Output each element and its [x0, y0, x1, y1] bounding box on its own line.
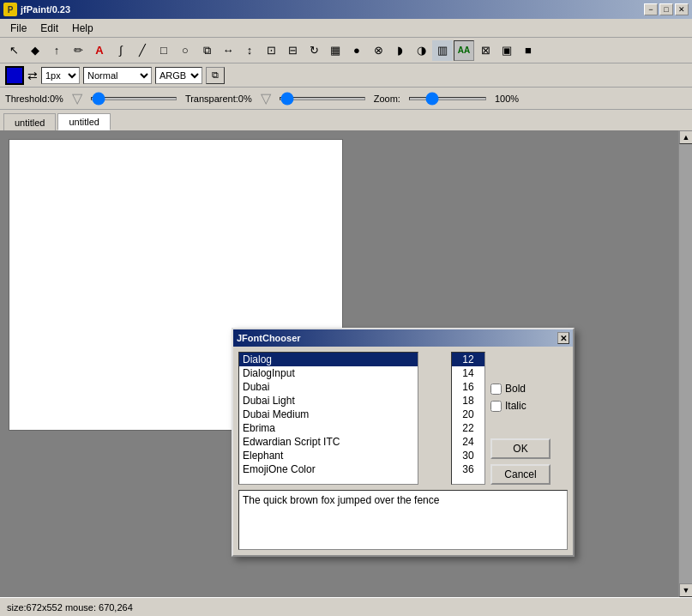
- tab-0[interactable]: untitled: [3, 113, 56, 130]
- close-window-button[interactable]: ✕: [675, 3, 689, 15]
- font-item-ebrima[interactable]: Ebrima: [239, 421, 418, 435]
- threshold-indicator: ▽: [72, 90, 82, 106]
- copy-color-button[interactable]: ⧉: [206, 67, 225, 84]
- size-item-14[interactable]: 14: [452, 366, 484, 380]
- font-item-dubai-medium[interactable]: Dubai Medium: [239, 408, 418, 421]
- size-list[interactable]: 12 14 16 18 20 22 24 30 36: [451, 352, 485, 485]
- flip-h-tool[interactable]: ↔: [218, 40, 238, 61]
- vertical-scrollbar: ▲ ▼: [678, 130, 692, 597]
- main-area: JFontChooser ✕ Dialog DialogInput Dubai …: [0, 130, 692, 597]
- dark-tool[interactable]: ■: [518, 40, 539, 61]
- ok-button[interactable]: OK: [490, 438, 551, 459]
- noise-tool[interactable]: ▣: [496, 40, 517, 61]
- blend-mode-select[interactable]: Normal Multiply Screen: [83, 67, 152, 84]
- size-item-16[interactable]: 16: [452, 380, 484, 394]
- dialog-overlay: JFontChooser ✕ Dialog DialogInput Dubai …: [0, 130, 678, 597]
- scroll-track[interactable]: [679, 144, 692, 583]
- size-item-30[interactable]: 30: [452, 449, 484, 462]
- blur-tool[interactable]: ◑: [411, 40, 431, 61]
- size-item-12[interactable]: 12: [452, 353, 484, 366]
- italic-option: Italic: [490, 400, 568, 412]
- tabs-bar: untitled untitled: [0, 110, 692, 130]
- pencil-tool[interactable]: ✏: [68, 40, 88, 61]
- font-list-container: Dialog DialogInput Dubai Dubai Light Dub…: [238, 352, 446, 485]
- size-item-36[interactable]: 36: [452, 462, 484, 476]
- rotate-tool[interactable]: ↻: [304, 40, 324, 61]
- color-format-select[interactable]: ARGB RGB: [155, 67, 202, 84]
- threshold-slider[interactable]: [91, 97, 177, 100]
- font-tool[interactable]: AA: [454, 40, 474, 61]
- size-item-24[interactable]: 24: [452, 435, 484, 449]
- crop-tool[interactable]: ⊟: [282, 40, 303, 61]
- italic-label: Italic: [505, 400, 527, 412]
- font-item-dialoginput[interactable]: DialogInput: [239, 366, 418, 380]
- font-chooser-dialog: JFontChooser ✕ Dialog DialogInput Dubai …: [232, 328, 575, 557]
- curve-tool[interactable]: ∫: [111, 40, 131, 61]
- app-icon: P: [3, 3, 17, 16]
- threshold-zoom-bar: Threshold:0% ▽ Transparent:0% ▽ Zoom: 10…: [0, 88, 692, 110]
- dialog-title-bar: JFontChooser ✕: [233, 329, 573, 347]
- rect-tool[interactable]: □: [153, 40, 174, 61]
- dialog-right-panel: Bold Italic OK Cancel: [490, 352, 568, 485]
- select-tool[interactable]: ↖: [3, 40, 24, 61]
- swap-colors-button[interactable]: ⇄: [27, 69, 38, 82]
- italic-checkbox[interactable]: [490, 401, 502, 412]
- minimize-button[interactable]: −: [644, 3, 658, 15]
- arc-tool[interactable]: ◗: [389, 40, 410, 61]
- menu-help[interactable]: Help: [65, 21, 100, 36]
- tab-1[interactable]: untitled: [57, 113, 110, 130]
- options-bar: ⇄ 1px 2px 3px Normal Multiply Screen ARG…: [0, 63, 692, 88]
- status-text: size:672x552 mouse: 670,264: [7, 602, 133, 613]
- scroll-down-button[interactable]: ▼: [679, 583, 692, 597]
- threshold-label: Threshold:0%: [5, 94, 63, 104]
- bold-label: Bold: [505, 383, 526, 395]
- bold-checkbox[interactable]: [490, 383, 502, 395]
- brush-size-select[interactable]: 1px 2px 3px: [41, 67, 80, 84]
- preview-text: The quick brown fox jumped over the fenc…: [243, 494, 439, 506]
- checker-tool[interactable]: ▥: [432, 40, 453, 61]
- dialog-close-button[interactable]: ✕: [557, 332, 569, 344]
- foreground-color[interactable]: [5, 66, 24, 85]
- circle-fill-tool[interactable]: ●: [346, 40, 367, 61]
- move-tool[interactable]: ↑: [46, 40, 67, 61]
- size-item-18[interactable]: 18: [452, 394, 484, 408]
- zoom-slider[interactable]: [409, 97, 486, 100]
- dialog-title: JFontChooser: [237, 333, 301, 343]
- font-item-edwardian[interactable]: Edwardian Script ITC: [239, 435, 418, 449]
- menu-edit[interactable]: Edit: [33, 21, 65, 36]
- font-item-elephant[interactable]: Elephant: [239, 449, 418, 462]
- bucket-tool[interactable]: ⊗: [368, 40, 388, 61]
- size-item-20[interactable]: 20: [452, 408, 484, 421]
- resize-tool[interactable]: ⊡: [261, 40, 281, 61]
- text-tool[interactable]: A: [89, 40, 110, 61]
- dialog-body: Dialog DialogInput Dubai Dubai Light Dub…: [233, 347, 573, 490]
- font-list[interactable]: Dialog DialogInput Dubai Dubai Light Dub…: [238, 352, 418, 485]
- scroll-up-button[interactable]: ▲: [679, 130, 692, 144]
- size-item-22[interactable]: 22: [452, 421, 484, 435]
- font-preview: The quick brown fox jumped over the fenc…: [238, 490, 568, 550]
- title-bar-left: P jfPaint/0.23: [3, 3, 70, 16]
- maximize-button[interactable]: □: [659, 3, 673, 15]
- fill-tool[interactable]: ◆: [25, 40, 45, 61]
- line-tool[interactable]: ╱: [132, 40, 153, 61]
- toolbar: ↖ ◆ ↑ ✏ A ∫ ╱ □ ○ ⧉ ↔ ↕ ⊡ ⊟ ↻ ▦ ● ⊗ ◗ ◑ …: [0, 38, 692, 63]
- font-item-dubai[interactable]: Dubai: [239, 380, 418, 394]
- cancel-button[interactable]: Cancel: [490, 464, 551, 485]
- menu-bar: File Edit Help: [0, 19, 692, 38]
- font-item-dialog[interactable]: Dialog: [239, 353, 418, 366]
- gradient-tool[interactable]: ▦: [325, 40, 346, 61]
- zoom-value: 100%: [495, 94, 519, 104]
- title-bar-buttons: − □ ✕: [644, 3, 689, 15]
- menu-file[interactable]: File: [3, 21, 33, 36]
- clone-tool[interactable]: ⧉: [196, 40, 217, 61]
- erase-tool[interactable]: ⊠: [475, 40, 496, 61]
- font-item-dubai-light[interactable]: Dubai Light: [239, 394, 418, 408]
- transparent-indicator: ▽: [261, 90, 271, 106]
- canvas-container[interactable]: JFontChooser ✕ Dialog DialogInput Dubai …: [0, 130, 678, 597]
- title-bar: P jfPaint/0.23 − □ ✕: [0, 0, 692, 19]
- transparent-label: Transparent:0%: [185, 94, 252, 104]
- flip-v-tool[interactable]: ↕: [239, 40, 260, 61]
- font-item-emojione[interactable]: EmojiOne Color: [239, 462, 418, 476]
- transparent-slider[interactable]: [280, 97, 365, 100]
- ellipse-tool[interactable]: ○: [175, 40, 196, 61]
